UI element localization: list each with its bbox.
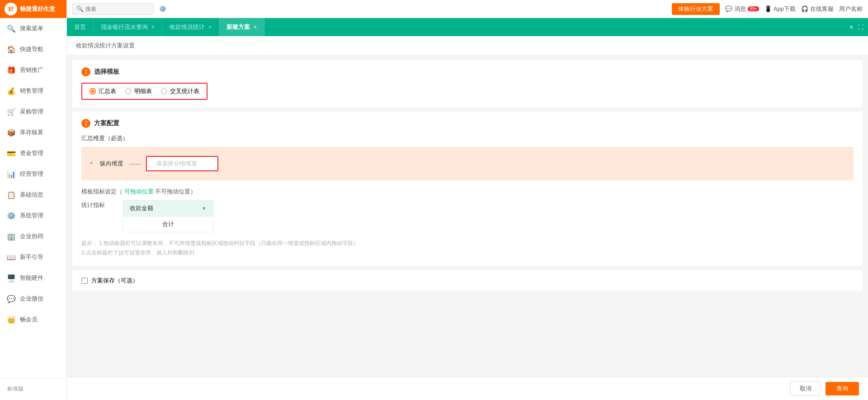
quicknav-icon: 🏠	[7, 45, 15, 53]
tab-cashflow[interactable]: 现金银行流水查询×	[94, 18, 162, 36]
download-action[interactable]: 📱 App下载	[764, 5, 796, 13]
query-button[interactable]: 查询	[826, 382, 859, 395]
dimension-title: 汇总维度（必选）	[81, 134, 854, 142]
chevron-down-icon[interactable]: ▼	[202, 206, 207, 211]
tab-label-receivable: 收款情况统计	[170, 23, 205, 31]
edition-label: 标准版	[7, 385, 24, 393]
sidebar-item-finance[interactable]: 💳 资金管理	[0, 143, 66, 164]
tab-close-all-icon[interactable]: ✕	[849, 24, 854, 31]
settings-icon[interactable]: ⚙️	[159, 5, 166, 12]
step1-title: 选择模板	[94, 68, 119, 76]
topbar: 🔍 ⚙️ 体验行业方案 💬 消息 99+ 📱 App下载 🎧 在线客服 用户名称	[67, 0, 868, 18]
service-action[interactable]: 🎧 在线客服	[801, 5, 834, 13]
sidebar-item-label-guide: 新手引导	[20, 253, 43, 261]
tab-close-cashflow[interactable]: ×	[151, 24, 155, 30]
sidebar-item-purchase[interactable]: 🛒 采购管理	[0, 101, 66, 122]
sidebar-item-label-search: 搜索菜单	[20, 24, 43, 33]
sidebar-header: 好 畅捷通好生意	[0, 0, 66, 18]
template-option-crosstab[interactable]: 交叉统计表	[161, 87, 199, 95]
page-title: 收款情况统计方案设置	[67, 36, 868, 56]
tab-home[interactable]: 首页	[67, 18, 94, 36]
corp-icon: 🏢	[7, 232, 15, 240]
sidebar-item-operation[interactable]: 📊 经营管理	[0, 164, 66, 184]
sidebar-item-member[interactable]: 👑 畅会员	[0, 309, 66, 330]
sidebar-item-hardware[interactable]: 🖥️ 智能硬件	[0, 268, 66, 288]
template-label-summary: 汇总表	[99, 87, 116, 95]
step1-section: 1 选择模板 汇总表 明细表 交叉统计表	[72, 60, 863, 107]
wechat-icon: 💬	[7, 295, 15, 303]
radio-summary[interactable]	[90, 88, 96, 94]
hardware-icon: 🖥️	[7, 274, 15, 282]
search-icon: 🔍	[76, 5, 84, 12]
tips-section: 提示： 1.拖动标题栏可以调整布局，不可跨维度或指标区域拖动列目字段（只能在同一…	[81, 240, 854, 257]
tab-close-newplan[interactable]: ×	[254, 24, 257, 30]
message-action[interactable]: 💬 消息 99+	[725, 5, 759, 13]
purchase-icon: 🛒	[7, 108, 15, 116]
template-label-detail: 明细表	[134, 87, 152, 95]
user-label: 用户名称	[839, 5, 863, 13]
indicator-header[interactable]: 收款金额 ▼	[123, 201, 213, 216]
radio-detail[interactable]	[125, 88, 132, 94]
sidebar-item-label-system: 系统管理	[20, 212, 43, 220]
tab-label-newplan: 新建方案	[226, 23, 250, 31]
search-input[interactable]	[85, 6, 144, 12]
step2-title: 方案配置	[94, 119, 119, 127]
app-name: 畅捷通好生意	[20, 5, 55, 13]
sidebar-item-inventory[interactable]: 📦 库存核算	[0, 122, 66, 143]
dimension-title-text: 汇总维度（必选）	[81, 135, 128, 141]
save-checkbox[interactable]	[81, 278, 88, 284]
sidebar-item-search[interactable]: 🔍 搜索菜单	[0, 18, 66, 39]
sidebar-item-basic[interactable]: 📋 基础信息	[0, 184, 66, 205]
sidebar-item-sales[interactable]: 💰 销售管理	[0, 80, 66, 101]
sidebar-menu: 🔍 搜索菜单 🏠 快捷导航 🎁 营销推广 💰 销售管理 🛒 采购管理 📦 库存核…	[0, 18, 66, 377]
guide-icon: 📖	[7, 253, 15, 261]
sidebar-item-marketing[interactable]: 🎁 营销推广	[0, 60, 66, 80]
industry-btn[interactable]: 体验行业方案	[672, 3, 720, 15]
sidebar-item-label-wechat: 企业微信	[20, 295, 43, 303]
sidebar-item-label-operation: 经营管理	[20, 170, 43, 178]
download-icon: 📱	[764, 5, 772, 12]
tab-close-receivable[interactable]: ×	[208, 24, 212, 30]
step1-label: 1 选择模板	[81, 67, 854, 76]
sidebar: 好 畅捷通好生意 🔍 搜索菜单 🏠 快捷导航 🎁 营销推广 💰 销售管理 🛒 采…	[0, 0, 67, 400]
indicator-section: 模板指标设定（ 可拖动位置 不可拖动位置） 统计指标 收款金额 ▼	[81, 188, 854, 232]
stat-label-text: 统计指标	[81, 202, 105, 208]
download-label: App下载	[774, 5, 796, 13]
sidebar-item-corp[interactable]: 🏢 企业协同	[0, 226, 66, 247]
user-action[interactable]: 用户名称	[839, 5, 863, 13]
sidebar-item-label-finance: 资金管理	[20, 149, 43, 157]
step1-circle: 1	[81, 67, 90, 76]
sidebar-item-label-basic: 基础信息	[20, 191, 43, 199]
operation-icon: 📊	[7, 170, 15, 178]
required-star: *	[90, 160, 93, 167]
sidebar-item-system[interactable]: ⚙️ 系统管理	[0, 205, 66, 226]
indicator-layout: 统计指标 收款金额 ▼ 合计	[81, 200, 854, 232]
sidebar-item-label-member: 畅会员	[20, 315, 38, 324]
tab-receivable[interactable]: 收款情况统计×	[162, 18, 219, 36]
sidebar-item-wechat[interactable]: 💬 企业微信	[0, 288, 66, 309]
save-label: 方案保存（可选）	[91, 277, 138, 285]
finance-icon: 💳	[7, 149, 15, 157]
indicator-total-cell: 合计	[123, 216, 213, 232]
message-label: 消息	[734, 5, 746, 13]
radio-crosstab[interactable]	[161, 88, 167, 94]
tip-item: 2.点击标题栏下拉可设置排序、插入列和删除列	[81, 249, 854, 257]
template-option-detail[interactable]: 明细表	[125, 87, 152, 95]
indicator-label-text: 模板指标设定（	[81, 188, 123, 195]
system-icon: ⚙️	[7, 212, 15, 220]
sidebar-footer: 标准版	[0, 377, 66, 400]
sidebar-item-guide[interactable]: 📖 新手引导	[0, 247, 66, 268]
tip-item: 提示： 1.拖动标题栏可以调整布局，不可跨维度或指标区域拖动列目字段（只能在同一…	[81, 240, 854, 247]
sidebar-item-label-quicknav: 快捷导航	[20, 45, 43, 53]
sidebar-edition: 标准版	[0, 381, 66, 396]
tab-expand-icon[interactable]: ⛶	[858, 24, 863, 31]
tab-newplan[interactable]: 新建方案×	[219, 18, 264, 36]
template-option-summary[interactable]: 汇总表	[90, 87, 116, 95]
inventory-icon: 📦	[7, 128, 15, 136]
topbar-search-box[interactable]: 🔍	[72, 3, 154, 15]
bottom-bar: 取消 查询	[67, 376, 868, 400]
dim-select[interactable]: 请选择分组维度	[146, 156, 218, 171]
tab-label-home: 首页	[74, 23, 86, 31]
sidebar-item-quicknav[interactable]: 🏠 快捷导航	[0, 39, 66, 60]
cancel-button[interactable]: 取消	[790, 381, 821, 396]
